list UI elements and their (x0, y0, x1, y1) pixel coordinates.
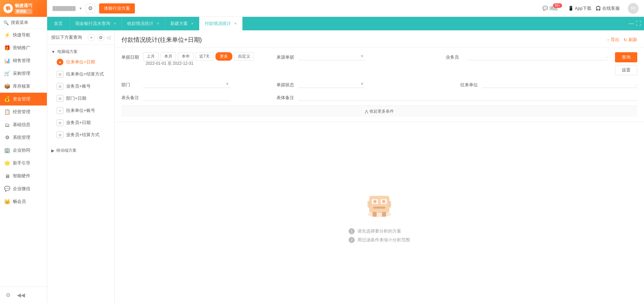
table-header-note-input[interactable] (143, 93, 231, 100)
scheme-settings-btn[interactable]: ⚙ (97, 34, 105, 41)
table-header-note-label: 表头备注 (121, 93, 140, 101)
hint-text-1: 请先选择要分析的方案 (357, 228, 401, 234)
scheme-item-partner-payment[interactable]: ⊞ 往来单位+结算方式 (47, 68, 114, 80)
settings-button[interactable]: 设置 (615, 65, 637, 75)
message-icon: 💬 (543, 6, 548, 11)
sidebar-item-system[interactable]: ⚙ 系统管理 (0, 131, 47, 144)
sidebar-item-guide[interactable]: 🌟 新手引导 (0, 157, 47, 170)
tab-receivable[interactable]: 收款情况统计 × (122, 17, 165, 30)
trial-button[interactable]: 体验行业方案 (99, 3, 135, 13)
empty-illustration (359, 182, 400, 223)
scheme-item-staff-payment[interactable]: ⊞ 业务员+结算方式 (47, 129, 114, 141)
sidebar-footer-collapse[interactable]: ◀◀ (16, 290, 26, 300)
svg-rect-8 (382, 212, 386, 217)
member-icon: 👑 (4, 199, 10, 205)
staff-input[interactable] (467, 52, 605, 60)
date-btn-more[interactable]: 更多 (215, 52, 232, 61)
tab-new-scheme[interactable]: 新建方案 × (165, 17, 199, 30)
date-btn-last-7[interactable]: 近7天 (196, 52, 213, 61)
date-btn-custom[interactable]: 自定义 (234, 52, 254, 61)
tab-maximize-btn[interactable]: ⛶ (636, 21, 641, 27)
scheme-add-btn[interactable]: + (88, 34, 95, 41)
tab-payment-stat[interactable]: 付款情况统计 × (199, 17, 242, 30)
fund-icon: 💰 (4, 96, 10, 102)
scheme-item-partner-account[interactable]: ≡ 往来单位+账号 (47, 104, 114, 117)
topbar-online-service[interactable]: 🎧 在线客服 (595, 5, 620, 11)
sidebar-item-wechat[interactable]: 💬 企业微信 (0, 182, 47, 195)
date-btn-this-year[interactable]: 本年 (178, 52, 194, 61)
tab-cashflow-close[interactable]: × (114, 21, 116, 26)
tab-minimize-btn[interactable]: — (628, 21, 634, 27)
scheme-item-icon-partner-date: ● (57, 59, 63, 65)
sidebar-item-sales[interactable]: 📊 销售管理 (0, 54, 47, 67)
marketing-icon: 🎁 (4, 45, 10, 51)
sidebar-item-inventory[interactable]: 📦 库存核算 (0, 80, 47, 93)
app-icon: 📱 (568, 6, 574, 11)
hint-text-2: 用过滤条件来缩小分析范围 (357, 237, 410, 243)
sidebar-item-label: 销售管理 (13, 58, 30, 64)
dept-select[interactable]: ▼ (143, 80, 231, 88)
empty-hints: 1 请先选择要分析的方案 2 用过滤条件来缩小分析范围 (349, 228, 410, 243)
bill-status-text (299, 81, 359, 86)
scheme-item-staff-account[interactable]: ⊞ 业务员+账号 (47, 80, 114, 92)
partner-label: 往来单位 (460, 80, 479, 88)
sidebar-item-label: 企业微信 (13, 186, 30, 192)
topbar-dropdown[interactable]: ▾ (80, 6, 82, 11)
sidebar-footer-settings[interactable]: ⚙ (3, 290, 13, 300)
scheme-mobile-label: 移动端方案 (56, 148, 77, 153)
tab-new-scheme-close[interactable]: × (191, 21, 194, 26)
search-icon: 🔍 (3, 20, 9, 25)
refresh-button[interactable]: ↻ 刷新 (623, 37, 637, 43)
bill-status-label: 单据状态 (276, 80, 295, 88)
topbar-message[interactable]: 💬 消息 99+ (543, 5, 558, 11)
staff-more-btn[interactable]: ... (605, 54, 608, 59)
service-icon: 🎧 (595, 6, 601, 11)
table-body-note-input[interactable] (298, 93, 637, 100)
staff-label: 业务员 (446, 52, 465, 60)
topbar-app-download[interactable]: 📱 App下载 (568, 5, 591, 11)
date-btn-last-month[interactable]: 上月 (143, 52, 158, 61)
source-select[interactable]: ▼ (298, 52, 365, 60)
date-control: 上月 本月 本年 近7天 更多 自定义 2022-01-01 至 2022-12… (143, 52, 270, 66)
collapse-more-conditions[interactable]: ⋀ 收起更多条件 (121, 105, 637, 117)
query-button[interactable]: 查询 (615, 52, 637, 62)
scheme-item-staff-date[interactable]: ⊞ 业务员+日期 (47, 117, 114, 129)
basic-icon: 🗂 (4, 122, 10, 128)
sidebar-search-item[interactable]: 🔍 搜索菜单 (0, 17, 47, 29)
sidebar-item-enterprise[interactable]: 🏢 企业协同 (0, 144, 47, 157)
tab-payment-stat-close[interactable]: × (234, 21, 237, 26)
sidebar-item-member[interactable]: 👑 畅会员 (0, 195, 47, 208)
scheme-panel: 按以下方案查询 + ⚙ ◁ ▼ 电脑端方案 ● 往来单位+日期 ⊞ (47, 30, 115, 303)
tab-receivable-close[interactable]: × (157, 21, 159, 26)
sidebar-item-purchase[interactable]: 🛒 采购管理 (0, 67, 47, 80)
scheme-item-label: 往来单位+日期 (66, 59, 95, 65)
scheme-mobile-title[interactable]: ▶ 移动端方案 (47, 146, 114, 155)
topbar-avatar[interactable]: Rit (628, 3, 639, 14)
sidebar-item-basic[interactable]: 🗂 基础信息 (0, 118, 47, 131)
system-icon: ⚙ (4, 134, 10, 141)
topbar-settings-btn[interactable]: ⚙ (86, 4, 95, 13)
sidebar-item-hardware[interactable]: 🖥 智能硬件 (0, 170, 47, 182)
sidebar-item-label: 采购管理 (13, 70, 30, 77)
sidebar-footer: ⚙ ◀◀ (0, 286, 47, 303)
partner-input[interactable] (482, 80, 634, 88)
tab-cashflow-label: 现金银行流水查询 (75, 21, 110, 27)
bill-status-select[interactable]: ▼ (298, 80, 365, 88)
tab-home[interactable]: 首页 (47, 17, 70, 30)
date-btn-this-month[interactable]: 本月 (160, 52, 176, 61)
sidebar-item-marketing[interactable]: 🎁 营销推广 (0, 41, 47, 54)
scheme-collapse-btn[interactable]: ◁ (107, 35, 110, 40)
sidebar-item-operation[interactable]: 📋 经营管理 (0, 105, 47, 118)
app-label: App下载 (575, 5, 591, 11)
scheme-desktop-section: ▼ 电脑端方案 ● 往来单位+日期 ⊞ 往来单位+结算方式 ⊞ 业务员+账号 ⊞ (47, 45, 114, 144)
tab-actions: — ⛶ (626, 17, 644, 30)
scheme-item-dept-date[interactable]: ⊞ 部门+日期 (47, 92, 114, 104)
sidebar-item-fund[interactable]: 💰 资金管理 (0, 93, 47, 105)
export-button[interactable]: ↑ 导出 (607, 37, 620, 43)
tab-cashflow[interactable]: 现金银行流水查询 × (70, 17, 122, 30)
scheme-desktop-title[interactable]: ▼ 电脑端方案 (47, 48, 114, 56)
enterprise-icon: 🏢 (4, 147, 10, 153)
partner-more-btn[interactable]: ... (634, 82, 637, 86)
scheme-item-partner-date[interactable]: ● 往来单位+日期 (47, 56, 114, 68)
sidebar-item-quicknav[interactable]: ⚡ 快捷导航 (0, 29, 47, 41)
